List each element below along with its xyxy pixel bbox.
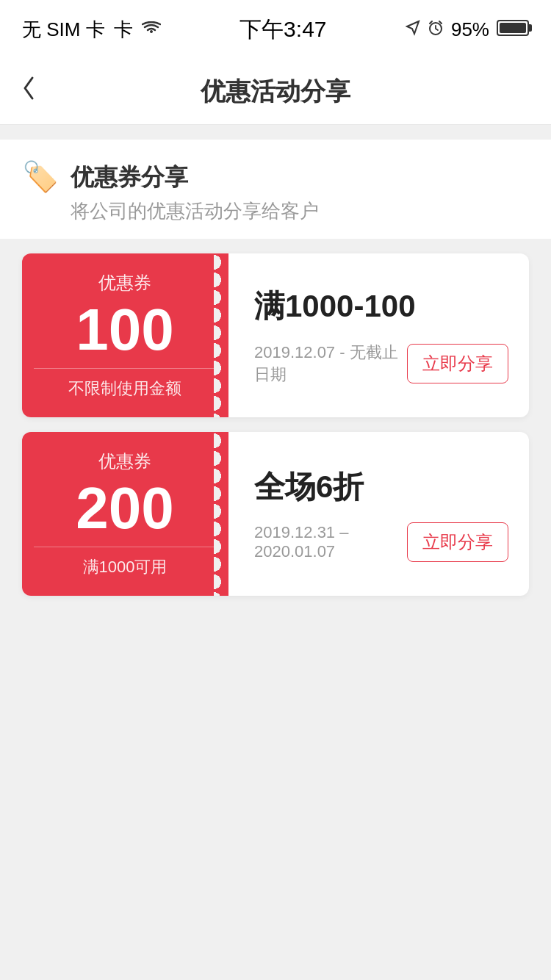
- section-icon: 🏷️: [22, 162, 59, 191]
- coupon-name: 全场6折: [254, 466, 508, 508]
- sim-icon: 卡: [114, 17, 133, 43]
- coupon-bottom: 2019.12.31 – 2020.01.07 立即分享: [254, 522, 508, 562]
- coupon-condition: 满1000可用: [83, 556, 168, 578]
- section-text: 优惠券分享 将公司的优惠活动分享给客户: [71, 162, 319, 224]
- coupon-right-panel: 满1000-100 2019.12.07 - 无截止日期 立即分享: [228, 253, 529, 417]
- section-title: 优惠券分享: [71, 162, 319, 194]
- coupon-divider: [34, 368, 216, 369]
- coupon-date: 2019.12.31 – 2020.01.07: [254, 523, 407, 561]
- status-right: 95%: [406, 18, 529, 41]
- section-header: 🏷️ 优惠券分享 将公司的优惠活动分享给客户: [0, 140, 551, 239]
- coupon-amount: 100: [76, 300, 173, 359]
- coupon-label: 优惠券: [98, 271, 151, 295]
- coupon-condition: 不限制使用金额: [68, 378, 181, 400]
- coupon-divider: [34, 547, 216, 547]
- location-icon: [406, 18, 420, 41]
- wifi-icon: [142, 18, 161, 41]
- coupon-date: 2019.12.07 - 无截止日期: [254, 342, 407, 386]
- coupon-list: 优惠券 100 不限制使用金额 满1000-100 2019.12.07 - 无…: [0, 239, 551, 610]
- alarm-icon: [428, 18, 444, 41]
- carrier-text: 无 SIM 卡: [22, 17, 105, 43]
- status-time: 下午3:47: [240, 15, 326, 45]
- coupon-left-panel: 优惠券 100 不限制使用金额: [22, 253, 228, 417]
- section-subtitle: 将公司的优惠活动分享给客户: [71, 198, 319, 224]
- share-button[interactable]: 立即分享: [407, 522, 508, 562]
- status-bar: 无 SIM 卡 卡 下午3:47 95%: [0, 0, 551, 59]
- coupon-amount: 200: [76, 479, 173, 538]
- coupon-card: 优惠券 100 不限制使用金额 满1000-100 2019.12.07 - 无…: [22, 253, 529, 417]
- coupon-left-panel: 优惠券 200 满1000可用: [22, 432, 228, 596]
- coupon-right-panel: 全场6折 2019.12.31 – 2020.01.07 立即分享: [228, 432, 529, 596]
- coupon-card: 优惠券 200 满1000可用 全场6折 2019.12.31 – 2020.0…: [22, 432, 529, 596]
- battery-percent: 95%: [451, 18, 489, 41]
- battery-icon: [497, 18, 529, 41]
- status-left: 无 SIM 卡 卡: [22, 17, 161, 43]
- coupon-label: 优惠券: [98, 450, 151, 473]
- coupon-name: 满1000-100: [254, 286, 508, 327]
- back-button[interactable]: [21, 73, 38, 109]
- nav-bar: 优惠活动分享: [0, 59, 551, 125]
- share-button[interactable]: 立即分享: [407, 344, 508, 383]
- page-title: 优惠活动分享: [201, 75, 350, 109]
- coupon-bottom: 2019.12.07 - 无截止日期 立即分享: [254, 342, 508, 386]
